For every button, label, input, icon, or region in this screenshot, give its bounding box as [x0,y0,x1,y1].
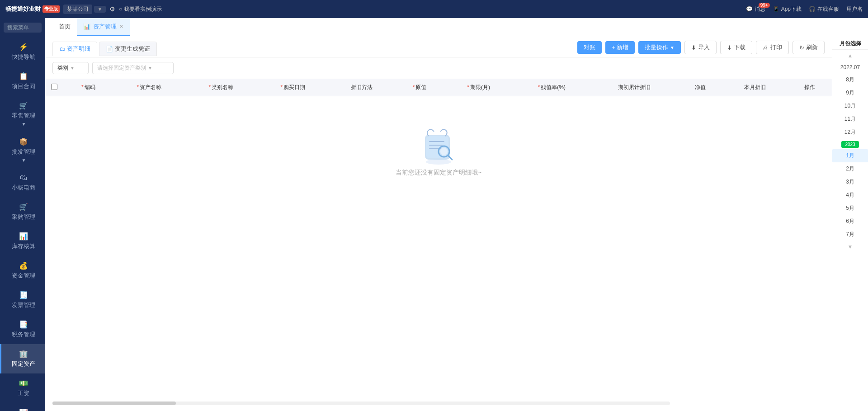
sidebar-search-area[interactable] [0,18,45,37]
tab-close-icon[interactable]: ✕ [119,24,123,29]
category-filter-select[interactable]: 类别 ▼ [52,62,89,74]
sidebar-item-ecommerce[interactable]: 🛍 小畅电商 [0,168,45,197]
fixed-assets-icon: 🏢 [19,350,28,358]
month-item-2022-08[interactable]: 8月 [832,73,868,86]
month-2023-02-label: 2月 [846,165,854,173]
month-2022-12-label: 12月 [844,128,856,136]
sub-tab-asset-detail-label: 资产明细 [67,45,90,53]
batch-label: 批量操作 [645,43,668,52]
print-button[interactable]: 🖨 打印 [756,41,789,54]
sidebar: ⚡ 快捷导航 📋 项目合同 🛒 零售管理 ▼ 📦 批发管理 ▼ 🛍 小畅电商 🛒… [0,18,45,411]
month-item-2022-09[interactable]: 9月 [832,86,868,99]
year-2023-badge: 2023 [841,141,859,148]
sidebar-item-fixed-assets-label: 固定资产 [12,360,35,368]
sidebar-item-payroll-label: 工资 [18,389,29,397]
download-icon: ⬇ [727,44,732,51]
sidebar-item-payroll[interactable]: 💵 工资 [0,373,45,403]
company-selector[interactable]: 某某公司 ▼ [63,5,106,14]
month-item-2023-05[interactable]: 5月 [832,202,868,215]
tab-bar: 首页 📊 资产管理 ✕ [45,18,868,36]
asset-detail-icon: 🗂 [59,46,65,52]
svg-point-0 [426,159,451,165]
main-layout: ⚡ 快捷导航 📋 项目合同 🛒 零售管理 ▼ 📦 批发管理 ▼ 🛍 小畅电商 🛒… [0,18,868,411]
retail-mgmt-arrow-icon: ▼ [22,122,26,127]
month-item-2022-11[interactable]: 11月 [832,113,868,126]
category-filter-input[interactable]: 请选择固定资产类别 ▼ [92,62,174,74]
month-item-2023-02[interactable]: 2月 [832,162,868,175]
company-chevron-icon: ▼ [94,6,106,13]
filter-left: 类别 ▼ 请选择固定资产类别 ▼ [52,62,174,74]
import-button[interactable]: ⬇ 导入 [684,41,717,54]
app-download-button[interactable]: 📱 App下载 [773,5,802,13]
month-2022-10-label: 10月 [844,102,856,110]
user-name: 用户名 [846,6,863,12]
category-select-arrow-icon: ▼ [70,66,75,71]
download-button[interactable]: ⬇ 下载 [720,41,752,54]
month-item-2023-01[interactable]: 1月 [832,149,868,162]
sidebar-item-tax-mgmt[interactable]: 📑 税务管理 [0,315,45,344]
table-area: 编码 资产名称 类别名称 购买日期 折旧方法 原值 期限(月) 残值率(%) 期… [45,79,832,395]
bottom-bar [45,395,832,411]
sidebar-item-operations-mgmt[interactable]: 📈 经营管理 [0,403,45,411]
month-item-2022-07[interactable]: 2022.07 [832,61,868,73]
reconcile-button[interactable]: 对账 [577,41,602,54]
col-accumulated-depreciation: 期初累计折旧 [591,79,679,96]
settings-icon[interactable]: ⚙ [109,5,115,13]
demo-link[interactable]: ○ 我要看实例演示 [119,5,162,13]
sidebar-item-invoice-mgmt[interactable]: 🧾 发票管理 [0,285,45,315]
sub-tab-change-voucher[interactable]: 📄 变更生成凭证 [99,42,157,56]
batch-arrow-icon: ▼ [670,45,675,50]
month-picker-nav-up[interactable]: ▲ [832,50,868,61]
online-service-button[interactable]: 🎧 在线客服 [809,5,839,13]
col-monthly-depreciation: 本月折旧 [722,79,788,96]
tab-home-label: 首页 [59,23,71,31]
empty-state-row: 当前您还没有固定资产明细哦~ [45,96,832,204]
sidebar-item-fixed-assets[interactable]: 🏢 固定资产 [0,344,45,373]
app-download-label: App下载 [781,5,802,13]
sidebar-item-quick-nav[interactable]: ⚡ 快捷导航 [0,37,45,66]
search-menu-input[interactable] [4,23,42,33]
sub-tab-asset-detail[interactable]: 🗂 资产明细 [52,42,97,56]
app-name: 畅捷通好业财 [5,5,41,13]
sidebar-item-fund-mgmt-label: 资金管理 [12,272,35,280]
down-arrow-icon[interactable]: ▼ [832,242,868,252]
batch-operation-button[interactable]: 批量操作 ▼ [638,41,681,54]
horizontal-scrollbar[interactable] [52,402,670,405]
empty-illustration [411,123,466,169]
select-all-checkbox[interactable] [51,84,57,90]
sidebar-item-purchase-mgmt[interactable]: 🛒 采购管理 [0,197,45,227]
messages-button[interactable]: 💬 消息 99+ [746,5,765,13]
month-picker-nav-down[interactable]: ▼ [832,241,868,253]
service-label: 在线客服 [817,5,839,13]
sidebar-item-wholesale-mgmt[interactable]: 📦 批发管理 ▼ [0,132,45,168]
tab-home[interactable]: 首页 [52,18,77,36]
month-item-2023-07[interactable]: 7月 [832,228,868,241]
add-button[interactable]: + 新增 [605,41,635,54]
month-2022-08-label: 8月 [846,76,854,84]
sidebar-item-retail-mgmt[interactable]: 🛒 零售管理 ▼ [0,96,45,132]
month-2023-01-label: 1月 [846,152,854,160]
month-item-2023-04[interactable]: 4月 [832,189,868,202]
month-item-2022-10[interactable]: 10月 [832,99,868,113]
tab-asset-mgmt[interactable]: 📊 资产管理 ✕ [77,18,130,36]
month-item-2023-03[interactable]: 3月 [832,175,868,189]
user-info[interactable]: 用户名 [846,5,863,13]
assets-table: 编码 资产名称 类别名称 购买日期 折旧方法 原值 期限(月) 残值率(%) 期… [45,79,832,204]
month-2022-11-label: 11月 [844,115,856,123]
select-all-header[interactable] [45,79,63,96]
tab-asset-mgmt-label: 资产管理 [93,23,117,31]
wholesale-mgmt-arrow-icon: ▼ [22,158,26,163]
top-bar: 畅捷通好业财 专业版 某某公司 ▼ ⚙ ○ 我要看实例演示 💬 消息 99+ 📱… [0,0,868,18]
sidebar-item-project-contract[interactable]: 📋 项目合同 [0,66,45,96]
sidebar-item-purchase-mgmt-label: 采购管理 [12,213,35,221]
refresh-button[interactable]: ↻ 刷新 [793,41,825,54]
sidebar-item-fund-mgmt[interactable]: 💰 资金管理 [0,256,45,285]
month-item-2023-06[interactable]: 6月 [832,215,868,228]
up-arrow-icon[interactable]: ▲ [832,51,868,61]
month-item-2022-12[interactable]: 12月 [832,126,868,139]
col-period-months: 期限(月) [444,79,513,96]
sidebar-item-inventory[interactable]: 📊 库存核算 [0,227,45,256]
svg-rect-2 [426,136,448,158]
refresh-icon: ↻ [799,44,804,51]
col-net-value: 净值 [678,79,722,96]
